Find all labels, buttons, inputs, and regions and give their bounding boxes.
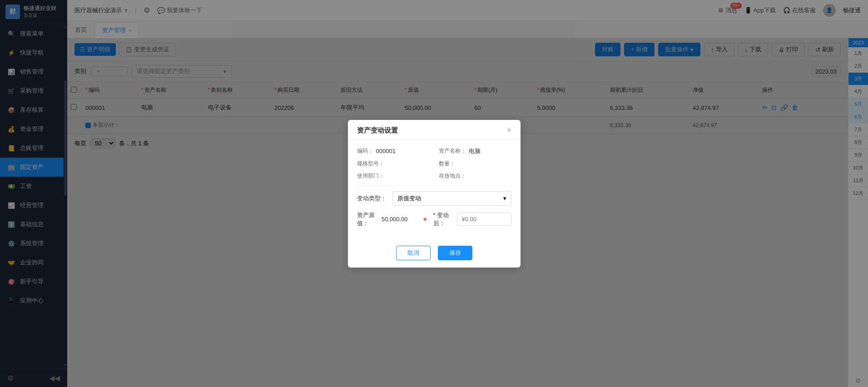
required-star-after: ★: [422, 216, 428, 223]
modal-row-2: 规格型号： 数量：: [357, 160, 511, 168]
save-button[interactable]: 保存: [438, 246, 472, 260]
modal-header: 资产变动设置 ×: [348, 120, 521, 140]
modal-footer: 取消 保存: [348, 240, 521, 268]
after-change-input[interactable]: [457, 213, 511, 226]
change-type-label: 变动类型：: [357, 194, 389, 203]
modal-close-button[interactable]: ×: [507, 126, 511, 134]
modal-row-3: 使用部门： 存放地点：: [357, 172, 511, 180]
modal-field-spec: 规格型号：: [357, 160, 430, 168]
cancel-button[interactable]: 取消: [396, 246, 431, 260]
modal-body: 编码： 000001 资产名称： 电脑 规格型号：: [348, 140, 521, 240]
modal-field-department: 使用部门：: [357, 172, 430, 180]
after-change-label: * 变动后：: [433, 211, 451, 228]
modal-change-type-row: 变动类型： 原值变动 ▾: [357, 191, 511, 206]
modal-overlay: 资产变动设置 × 编码： 000001 资产名称： 电脑: [0, 0, 868, 387]
change-type-select[interactable]: 原值变动 ▾: [392, 191, 511, 206]
asset-change-modal: 资产变动设置 × 编码： 000001 资产名称： 电脑: [348, 120, 521, 268]
modal-value-row: 资产原值： 50,000.00 ★ * 变动后：: [357, 211, 511, 228]
modal-divider: [357, 185, 511, 186]
modal-field-name: 资产名称： 电脑: [439, 147, 511, 155]
original-value-label: 资产原值：: [357, 211, 378, 228]
modal-row-1: 编码： 000001 资产名称： 电脑: [357, 147, 511, 155]
original-value: 50,000.00: [382, 216, 408, 223]
modal-field-location: 存放地点：: [439, 172, 511, 180]
chevron-down-icon: ▾: [503, 195, 506, 202]
modal-field-quantity: 数量：: [439, 160, 511, 168]
modal-field-code: 编码： 000001: [357, 147, 430, 155]
modal-title: 资产变动设置: [357, 126, 398, 135]
